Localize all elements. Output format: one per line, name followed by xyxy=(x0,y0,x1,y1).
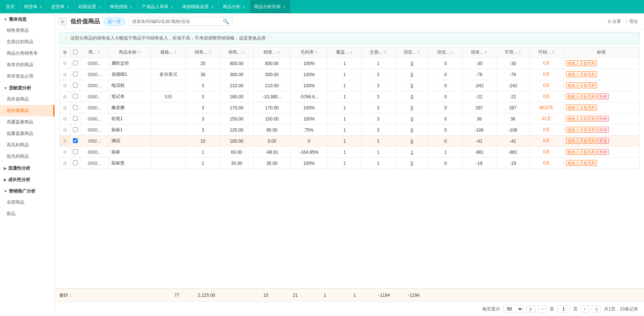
close-icon[interactable]: × xyxy=(171,4,173,9)
spec-col-header: 规格... ⇅ xyxy=(151,47,186,58)
sort-icon[interactable]: ⇅ xyxy=(277,51,280,54)
sort-icon[interactable]: ⇅ xyxy=(208,51,211,54)
sort-icon[interactable]: ⇅ xyxy=(98,51,101,54)
search-input[interactable] xyxy=(132,19,223,24)
sidebar-item-all-products[interactable]: 全部商品 xyxy=(0,197,54,208)
sort-icon[interactable]: ⇅ xyxy=(138,51,141,54)
browse1-link[interactable]: 0 xyxy=(411,72,413,77)
nav-product-analysis[interactable]: 商品分析 × xyxy=(218,0,250,13)
nav-product-stock[interactable]: 产成品入库单 × xyxy=(137,0,178,13)
sidebar-section-marketing[interactable]: ▼ 营销推广分析 xyxy=(0,185,54,197)
sidebar-section-overall[interactable]: ▼ 整体信息 xyxy=(0,13,54,25)
sidebar-section-growth[interactable]: ▶ 成长性分析 xyxy=(0,174,54,185)
sort-icon[interactable]: ⇅ xyxy=(315,51,318,54)
sort-icon[interactable]: ⇅ xyxy=(518,51,521,54)
row-checkbox[interactable] xyxy=(73,138,78,143)
row-settings[interactable]: ⚙ xyxy=(60,136,71,147)
sidebar-item-sales-products[interactable]: 销售类商品 xyxy=(0,25,54,36)
nav-purchase-order[interactable]: 进货单 × xyxy=(47,0,74,13)
row-current: 287 xyxy=(462,102,496,113)
row-browse2: 0 xyxy=(429,158,462,169)
browse1-link[interactable]: 0 xyxy=(411,61,413,66)
sidebar-item-high-margin[interactable]: 高毛利商品 xyxy=(0,139,54,151)
page-number-input[interactable] xyxy=(557,305,570,313)
sort-icon[interactable]: ⇅ xyxy=(451,51,454,54)
sort-icon[interactable]: ⇅ xyxy=(417,51,420,54)
row-settings[interactable]: ⚙ xyxy=(60,147,71,158)
row-gross-rate: -5766.6... xyxy=(291,91,328,102)
row-settings[interactable]: ⚙ xyxy=(60,91,71,102)
close-icon[interactable]: × xyxy=(98,4,101,9)
close-icon[interactable]: × xyxy=(40,4,42,9)
browse1-link[interactable]: 0 xyxy=(411,128,413,133)
sort-icon[interactable]: ⇅ xyxy=(350,51,353,54)
browse1-link[interactable]: 1 xyxy=(411,150,413,155)
select-all-checkbox[interactable] xyxy=(73,50,78,54)
sort-icon[interactable]: ⇅ xyxy=(552,51,555,54)
sidebar-item-traded-products[interactable]: 交易过的商品 xyxy=(0,36,54,48)
close-icon[interactable]: × xyxy=(67,4,69,9)
sidebar-item-stocked-products[interactable]: 有库存的商品 xyxy=(0,59,54,71)
row-checkbox[interactable] xyxy=(73,127,78,132)
last-page-button[interactable]: ›| xyxy=(592,305,601,313)
row-settings[interactable]: ⚙ xyxy=(60,80,71,91)
row-checkbox[interactable] xyxy=(73,149,78,154)
nav-product-analysis-list[interactable]: 商品分析列表 × xyxy=(250,0,290,13)
row-settings[interactable]: ⚙ xyxy=(60,58,71,69)
sidebar-item-low-value[interactable]: 低价值商品 xyxy=(0,105,54,116)
share-button[interactable]: ⎙ 分享 xyxy=(608,18,621,25)
close-icon[interactable]: × xyxy=(243,4,245,9)
row-coverage: 1 xyxy=(328,158,362,169)
row-settings[interactable]: ⚙ xyxy=(60,69,71,80)
browse1-link[interactable]: 0 xyxy=(411,161,413,166)
settings-col-header[interactable]: ⚙ xyxy=(60,47,71,58)
sidebar-item-new-products[interactable]: 新品 xyxy=(0,208,54,220)
export-button[interactable]: ↑ 导出 xyxy=(625,18,638,25)
browse1-link[interactable]: 0 xyxy=(411,94,413,99)
nav-role-auth[interactable]: 角色授权 × xyxy=(105,0,137,13)
sort-icon[interactable]: ⇅ xyxy=(242,51,245,54)
browse1-link[interactable]: 0 xyxy=(411,105,413,111)
sort-icon[interactable]: ⇅ xyxy=(383,51,386,54)
sidebar-item-stock-capital[interactable]: 库存资金占用 xyxy=(0,71,54,82)
row-settings[interactable]: ⚙ xyxy=(60,113,71,125)
close-icon[interactable]: × xyxy=(211,4,213,9)
row-checkbox[interactable] xyxy=(73,72,78,77)
row-settings[interactable]: ⚙ xyxy=(60,158,71,169)
sidebar-item-low-coverage[interactable]: 低覆盖量商品 xyxy=(0,128,54,139)
row-checkbox[interactable] xyxy=(73,61,78,65)
nav-voucher-template[interactable]: 单据模板设置 × xyxy=(178,0,218,13)
filter-period-button[interactable]: 近一月 xyxy=(104,17,125,26)
search-icon[interactable]: 🔍 xyxy=(223,18,229,24)
row-settings[interactable]: ⚙ xyxy=(60,102,71,113)
prev-page-button[interactable]: ‹ xyxy=(539,305,547,313)
row-checkbox[interactable] xyxy=(73,94,78,99)
nav-sales-order[interactable]: 销货单 × xyxy=(20,0,47,13)
row-checkbox[interactable] xyxy=(73,116,78,121)
sidebar-section-contribution[interactable]: ▼ 贡献度分析 xyxy=(0,82,54,94)
first-page-button[interactable]: |‹ xyxy=(526,305,536,313)
nav-permission-settings[interactable]: 权限设置 × xyxy=(74,0,105,13)
browse1-link[interactable]: 0 xyxy=(411,139,413,144)
row-checkbox[interactable] xyxy=(73,83,78,88)
sort-icon[interactable]: ⇅ xyxy=(484,51,487,54)
browse1-link[interactable]: 0 xyxy=(411,116,413,122)
sidebar-item-category-sales-rate[interactable]: 商品分类销售率 xyxy=(0,48,54,59)
sidebar-item-high-coverage[interactable]: 高覆盖量商品 xyxy=(0,116,54,128)
row-tags: 低收入低毛利 xyxy=(563,69,639,80)
sidebar-section-liquidity[interactable]: ▶ 流通性分析 xyxy=(0,162,54,174)
sort-icon[interactable]: ⇅ xyxy=(174,51,177,54)
sidebar-item-low-margin[interactable]: 低毛利商品 xyxy=(0,151,54,162)
sidebar-item-high-value[interactable]: 高价值商品 xyxy=(0,94,54,105)
row-checkbox[interactable] xyxy=(73,160,78,165)
browse1-link[interactable]: 0 xyxy=(411,83,413,88)
row-settings[interactable]: ⚙ xyxy=(60,125,71,136)
next-page-button[interactable]: › xyxy=(581,305,589,313)
close-icon[interactable]: × xyxy=(130,4,132,9)
close-icon[interactable]: × xyxy=(283,4,285,9)
page-size-select[interactable]: 50 100 200 xyxy=(503,305,523,313)
row-checkbox[interactable] xyxy=(73,105,78,110)
nav-home[interactable]: 首页 xyxy=(1,0,20,13)
sidebar-collapse-button[interactable]: « xyxy=(58,17,67,26)
row-sales-qty: 3 xyxy=(186,91,220,102)
